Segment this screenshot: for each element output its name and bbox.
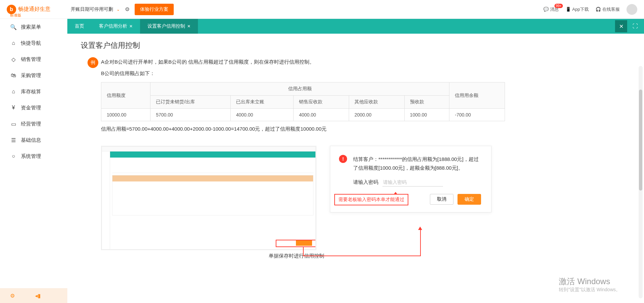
sidebar-icon: ☰ [10, 137, 17, 143]
sidebar-icon: ◇ [10, 56, 17, 63]
order-form-thumbnail [101, 146, 316, 250]
credit-dialog-wrapper: ! 结算客户：************的信用占用额为[1888.00元]，超过了… [330, 146, 492, 212]
account-date-selector[interactable]: 开账日期可停用可删 ⌄ [71, 6, 120, 12]
sidebar-icon: ¥ [10, 104, 17, 111]
sidebar-item-label: 资金管理 [21, 105, 41, 111]
connector-line [303, 256, 421, 256]
scrollbar-thumb[interactable] [639, 90, 642, 191]
sidebar-item-1[interactable]: ⌂快捷导航 [0, 35, 67, 51]
tab-2[interactable]: 设置客户信用控制✕ [140, 19, 198, 34]
illustration-caption: 单据保存时进行信用控制 [101, 253, 492, 259]
sidebar-icon: ⌂ [10, 88, 17, 95]
settings-icon[interactable]: ⚙ [10, 293, 15, 299]
th-balance: 信用用余额 [449, 82, 505, 109]
sidebar-item-0[interactable]: 🔍搜索菜单 [0, 19, 67, 35]
password-row: 请输入密码 [353, 178, 481, 187]
sidebar-item-label: 采购管理 [21, 72, 41, 79]
watermark-line1: 激活 Windows [559, 276, 620, 287]
vertical-scrollbar[interactable] [639, 66, 643, 298]
cell-v1: 5700.00 [150, 109, 231, 121]
sidebar-item-6[interactable]: ▭经营管理 [0, 116, 67, 132]
chevron-down-icon: ⌄ [116, 7, 120, 12]
app-header: b 畅捷通好生意 标准版 开账日期可停用可删 ⌄ ⚙ 体验行业方案 💬 消息 9… [0, 0, 644, 19]
header-right: 💬 消息 99+ 📱 App下载 🎧 在线客服 [543, 4, 637, 15]
tab-0[interactable]: 首页 [67, 19, 92, 34]
brand-edition: 标准版 [10, 13, 21, 18]
credit-table: 信用额度 信用占用额 信用用余额 已订货未销货/出库已出库未立账销售应收款其他应… [101, 82, 505, 121]
headset-icon: 🎧 [596, 7, 601, 12]
sidebar-item-8[interactable]: ○系统管理 [0, 148, 67, 164]
industry-solution-button[interactable]: 体验行业方案 [135, 4, 174, 15]
account-date-label: 开账日期可停用可删 [71, 6, 113, 12]
sidebar-item-label: 经营管理 [21, 121, 41, 127]
tab-bar: 首页客户信用分析✕设置客户信用控制✕ ✕ ⛶ [67, 19, 644, 34]
cell-v2: 4000.00 [231, 109, 294, 121]
th-sub: 已出库未立账 [231, 96, 294, 109]
app-download-button[interactable]: 📱 App下载 [566, 6, 589, 12]
connector-line [420, 229, 421, 256]
customer-service-label: 在线客服 [602, 6, 620, 12]
th-sub: 销售应收款 [294, 96, 349, 109]
cell-v4: 2000.00 [349, 109, 404, 121]
dialog-message: 结算客户：************的信用占用额为[1888.00元]，超过了信用… [353, 155, 481, 172]
sidebar-item-label: 系统管理 [21, 153, 41, 160]
connector-line [303, 247, 304, 256]
example-block: 例 A企对B公司进行开单时，如果B公司的 信用占用额超过了信用额度，则在保存时进… [81, 57, 631, 259]
watermark-line2: 转到"设置"以激活 Windows。 [559, 287, 620, 293]
table-row: 10000.00 5700.00 4000.00 4000.00 2000.00… [101, 109, 505, 121]
cell-limit: 10000.00 [101, 109, 150, 121]
sidebar-item-5[interactable]: ¥资金管理 [0, 100, 67, 116]
thumbnail-save-highlight [276, 240, 316, 247]
app-download-label: App下载 [572, 6, 589, 12]
sidebar-item-label: 销售管理 [21, 56, 41, 63]
page-content: 设置客户信用控制 例 A企对B公司进行开单时，如果B公司的 信用占用额超过了信用… [67, 34, 644, 303]
tab-label: 设置客户信用控制 [147, 23, 185, 29]
sidebar-item-label: 库存核算 [21, 89, 41, 95]
tab-label: 首页 [75, 23, 84, 29]
sidebar-item-label: 快捷导航 [21, 40, 41, 46]
sidebar-item-4[interactable]: ⌂库存核算 [0, 83, 67, 100]
example-line-2: B公司的信用额占如下： [101, 70, 631, 77]
cell-v5: 1000.00 [404, 109, 449, 121]
close-all-tabs-button[interactable]: ✕ [615, 20, 627, 32]
th-sub: 其他应收款 [349, 96, 404, 109]
sidebar-item-7[interactable]: ☰基础信息 [0, 132, 67, 148]
tab-1[interactable]: 客户信用分析✕ [92, 19, 140, 34]
password-input[interactable] [382, 178, 443, 187]
th-credit-used: 信用占用额 [150, 82, 449, 96]
sidebar-item-3[interactable]: 🛍采购管理 [0, 67, 67, 83]
sidebar-item-label: 搜索菜单 [21, 24, 41, 30]
customer-service-button[interactable]: 🎧 在线客服 [596, 6, 620, 12]
sidebar: 🔍搜索菜单⌂快捷导航◇销售管理🛍采购管理⌂库存核算¥资金管理▭经营管理☰基础信息… [0, 19, 67, 303]
fullscreen-button[interactable]: ⛶ [629, 20, 641, 32]
th-credit-limit: 信用额度 [101, 82, 150, 109]
messages-button[interactable]: 💬 消息 99+ [543, 6, 559, 12]
example-badge-icon: 例 [88, 57, 98, 68]
bottom-illustration-row: ! 结算客户：************的信用占用额为[1888.00元]，超过了… [101, 146, 631, 250]
credit-warning-dialog: ! 结算客户：************的信用占用额为[1888.00元]，超过了… [330, 146, 492, 212]
example-line-1: A企对B公司进行开单时，如果B公司的 信用占用额超过了信用额度，则在保存时进行信… [101, 57, 631, 66]
gear-icon[interactable]: ⚙ [125, 6, 130, 12]
close-icon[interactable]: ✕ [187, 24, 191, 29]
messages-badge: 99+ [554, 4, 563, 8]
sidebar-icon: ⌂ [10, 40, 17, 46]
main-area: 首页客户信用分析✕设置客户信用控制✕ ✕ ⛶ 设置客户信用控制 例 A企对B公司… [67, 19, 644, 303]
warning-icon: ! [339, 155, 347, 163]
sidebar-item-2[interactable]: ◇销售管理 [0, 51, 67, 67]
ok-button[interactable]: 确定 [457, 194, 481, 205]
cell-v3: 4000.00 [294, 109, 349, 121]
sidebar-footer: ⚙ ◂▮ [0, 288, 67, 303]
password-hint-note: 需要老板输入密码本单才能通过 [334, 194, 408, 205]
th-sub: 已订货未销货/出库 [150, 96, 231, 109]
avatar[interactable] [626, 4, 637, 15]
phone-icon: 📱 [566, 7, 571, 12]
password-label: 请输入密码 [353, 179, 378, 186]
cancel-button[interactable]: 取消 [430, 194, 453, 205]
collapse-icon[interactable]: ◂▮ [35, 293, 41, 299]
brand-name: 畅捷通好生意 [18, 6, 50, 13]
sidebar-icon: 🔍 [10, 24, 17, 30]
tabbar-actions: ✕ ⛶ [615, 20, 644, 32]
calc-line: 信用占用额=5700.00+4000.00+4000.00+2000.00-10… [101, 126, 631, 132]
sidebar-icon: ○ [10, 153, 17, 160]
close-icon[interactable]: ✕ [129, 24, 133, 29]
